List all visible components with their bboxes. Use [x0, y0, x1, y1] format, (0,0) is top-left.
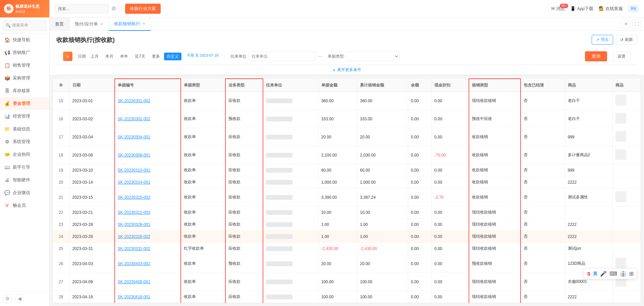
billno-link[interactable]: SK-20230408-001 [118, 280, 150, 284]
filter-more[interactable]: 更多 [149, 53, 163, 60]
cell-billtype: 收款单 [181, 164, 225, 176]
partner-dots[interactable]: ··· [318, 53, 322, 59]
cell-balance: 0.00 [408, 243, 432, 255]
search-menu-button[interactable]: 🔍 搜索菜单 [3, 20, 47, 30]
sidebar-item-guide[interactable]: 📖 新手引导 [0, 161, 49, 174]
export-button[interactable]: ↗ 导出 [592, 35, 613, 45]
sidebar-item-member[interactable]: V 畅会员 [0, 199, 49, 212]
billno-link[interactable]: SK-20230301-002 [118, 99, 150, 103]
operation-icon: 📊 [4, 114, 10, 119]
base-icon: 📁 [4, 126, 10, 132]
cell-billno: SK-20230314-001 [115, 176, 181, 188]
billno-link[interactable]: SK-20230304-001 [118, 135, 150, 139]
close-tab-button[interactable]: ✕ [621, 19, 631, 29]
bill-type-filter-group: 单据类型 [328, 52, 399, 61]
sidebar-item-purchase[interactable]: 📦 采购管理 [0, 72, 49, 84]
sidebar-item-quick-nav[interactable]: 🏠 快捷导航 [0, 34, 49, 46]
cell-total-core: 2,030.00 [357, 146, 408, 164]
filter-toggle-button[interactable]: » [63, 52, 72, 61]
billno-link[interactable]: SK-20230315-002 [118, 195, 150, 200]
grid-icon[interactable]: ⊞ [629, 270, 634, 277]
expand-bar[interactable]: ∨ 展开更多条件 [56, 65, 637, 75]
guide-icon: 📖 [4, 165, 10, 170]
sidebar-item-inventory[interactable]: 🗄 库存核算 [0, 84, 49, 97]
app-download-button[interactable]: 📱 App下载 [570, 6, 593, 12]
bill-type-select[interactable] [346, 52, 399, 61]
billno-link[interactable]: SK-20230314-001 [118, 180, 150, 185]
date-hint-area: 不限 至 2023-07-26 [187, 55, 219, 58]
refresh-button[interactable]: ↺ 刷新 [616, 35, 637, 45]
cell-coretype: 收款核销 [469, 128, 521, 146]
cell-discount: 0.00 [432, 110, 469, 128]
topbar-search-input[interactable] [55, 4, 109, 13]
filter-7days[interactable]: 近7天 [132, 53, 148, 60]
cell-include-settled: 否 [521, 110, 565, 128]
shirt-icon[interactable]: 👔 [620, 270, 627, 277]
collapse-button[interactable]: ◀ [15, 294, 24, 303]
billno-link[interactable]: SK-20230321-003 [118, 210, 150, 215]
solution-button[interactable]: 体验行业方案 [125, 4, 161, 14]
footer-product [565, 303, 613, 304]
sidebar-item-finance[interactable]: 💰 资金管理 [0, 97, 49, 110]
th-amount: 单据金额 [318, 79, 357, 92]
maximize-button[interactable]: ⛶ [632, 19, 641, 29]
messages-button[interactable]: ✉ 消息 99+ [551, 6, 565, 12]
sidebar-item-operation[interactable]: 📊 经营管理 [0, 110, 49, 123]
table-row: 20 2023-03-14 SK-20230314-001 收款单 应收款 ██… [53, 176, 641, 188]
sogou-brand: 英 [593, 271, 597, 277]
sidebar-item-hardware[interactable]: 🖨 智能硬件 [0, 174, 49, 186]
tab-collection[interactable]: 收款核销执行 × [109, 17, 151, 31]
billno-link[interactable]: SK-20230328-002 [118, 234, 150, 239]
cell-partner: ████ [263, 219, 318, 231]
sidebar-item-sales[interactable]: 📋 销售管理 [0, 59, 49, 72]
cell-include-settled: 否 [521, 255, 565, 273]
filter-this-year[interactable]: 本年 [117, 53, 131, 60]
cell-total-core: 20.00 [357, 128, 408, 146]
cell-idx: 27 [53, 273, 69, 291]
billno-link[interactable]: SK-20230331-002 [118, 246, 150, 251]
topbar-gear-icon[interactable]: ⚙ [111, 5, 116, 12]
settings-bottom-button[interactable]: ⚙ [3, 294, 12, 303]
partner-input[interactable] [249, 52, 316, 61]
filter-settings-button[interactable]: 设置 [612, 52, 631, 61]
tabs-bar: 首页 预付/应付单 × 收款核销执行 × ✕ ⛶ [50, 17, 644, 31]
tab-collection-close[interactable]: × [143, 21, 145, 26]
cell-billno: SK-20230408-001 [115, 273, 181, 291]
footer-balance [408, 303, 432, 304]
mic-icon[interactable]: 🎤 [600, 270, 607, 277]
billno-link[interactable]: SK-20230418-001 [118, 295, 150, 299]
sidebar-item-enterprise[interactable]: 🤝 企业协同 [0, 148, 49, 161]
export-icon: ↗ [596, 38, 599, 42]
filter-this-month[interactable]: 本月 [103, 53, 116, 60]
filter-custom[interactable]: 自定义 [164, 53, 181, 60]
tab-prepay[interactable]: 预付/应付单 × [69, 17, 109, 31]
billno-link[interactable]: SK-20230328-001 [118, 222, 150, 227]
sidebar-item-marketing[interactable]: 📢 营销推广 [0, 46, 49, 59]
table-row: 15 2023-03-01 SK-20230301-002 收款单 应收款 ██… [53, 92, 641, 110]
sidebar-item-system[interactable]: ⚙ 系统管理 [0, 135, 49, 148]
cell-biztype: 应收款 [225, 164, 263, 176]
sogou-s-logo: S [587, 271, 590, 277]
footer-include-settled [521, 303, 565, 304]
cell-product-img [613, 188, 641, 206]
query-button[interactable]: 查询 [585, 51, 607, 61]
filter-last-month[interactable]: 上月 [88, 53, 101, 60]
cell-amount: 2,100.00 [318, 146, 357, 164]
footer-discount [432, 303, 469, 304]
main-area: ⚙ | 体验行业方案 ✉ 消息 99+ 📱 App下载 💁 在线客服 Rit 首… [50, 0, 644, 306]
keyboard-icon[interactable]: ⌨ [609, 270, 617, 277]
online-service-button[interactable]: 💁 在线客服 [599, 6, 623, 12]
table-row: 27 2023-04-08 SK-20230408-001 收款单 应收款 ██… [53, 273, 641, 291]
floating-toolbar: S 英 🎤 ⌨ 👔 ⊞ [584, 268, 637, 279]
sidebar-item-wechat[interactable]: 💬 企业微信 [0, 186, 49, 199]
tab-home[interactable]: 首页 [50, 17, 69, 31]
sidebar-item-base[interactable]: 📁 基础信息 [0, 123, 49, 135]
table-row: 16 2023-03-02 SK-20230302-002 收款单 预收款 ██… [53, 110, 641, 128]
tab-prepay-close[interactable]: × [101, 22, 103, 26]
billno-link[interactable]: SK-20230302-002 [118, 117, 150, 121]
cell-date: 2023-03-28 [69, 219, 115, 231]
billno-link[interactable]: SK-20230310-001 [118, 168, 150, 173]
billno-link[interactable]: SK-20230403-002 [118, 261, 150, 266]
user-badge[interactable]: Rit [628, 5, 639, 12]
billno-link[interactable]: SK-20230308-001 [118, 153, 150, 158]
